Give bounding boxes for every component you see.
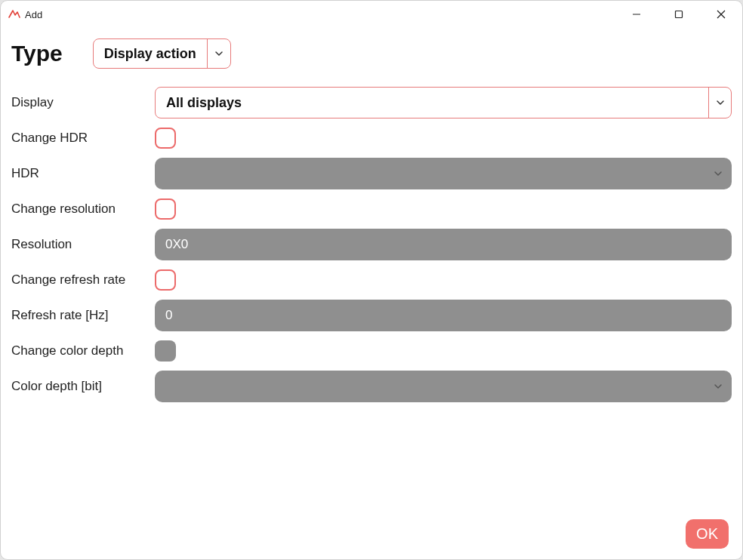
window-title: Add [25, 9, 42, 20]
hdr-select [155, 158, 732, 189]
svg-line-3 [717, 11, 725, 18]
svg-rect-1 [676, 11, 683, 18]
minimize-button[interactable] [615, 1, 658, 28]
color-select [155, 371, 732, 402]
resolution-field: 0X0 [155, 229, 732, 260]
ok-button[interactable]: OK [686, 519, 729, 549]
resolution-label: Resolution [11, 229, 149, 260]
type-select-value: Display action [94, 39, 208, 68]
chevron-down-icon [208, 39, 230, 68]
dialog-window: Add Type Display action [0, 0, 743, 560]
change-refresh-label: Change refresh rate [11, 265, 149, 295]
title-bar: Add [1, 1, 742, 28]
resolution-value: 0X0 [165, 237, 188, 252]
title-left: Add [8, 8, 42, 20]
hdr-label: HDR [11, 158, 149, 189]
chevron-down-icon [708, 88, 731, 118]
change-resolution-label: Change resolution [11, 194, 149, 224]
close-button[interactable] [700, 1, 742, 28]
change-color-label: Change color depth [11, 336, 149, 366]
svg-line-2 [717, 11, 725, 18]
change-color-checkbox [155, 340, 176, 362]
dialog-content: Type Display action Display All displays [1, 28, 742, 407]
change-hdr-checkbox[interactable] [155, 128, 176, 149]
display-select-value: All displays [156, 88, 708, 118]
change-hdr-label: Change HDR [11, 123, 149, 153]
refresh-value: 0 [165, 308, 172, 323]
type-row: Type Display action [11, 35, 732, 82]
type-label: Type [11, 41, 63, 66]
color-label: Color depth [bit] [11, 371, 149, 402]
type-select[interactable]: Display action [93, 38, 231, 69]
window-controls [615, 1, 742, 28]
form-grid: Display All displays Change HDR HDR [11, 82, 732, 407]
change-refresh-checkbox[interactable] [155, 269, 176, 291]
display-label: Display [11, 88, 149, 118]
refresh-label: Refresh rate [Hz] [11, 300, 149, 331]
refresh-field: 0 [155, 300, 732, 331]
maximize-button[interactable] [658, 1, 700, 28]
display-select[interactable]: All displays [155, 87, 732, 118]
change-resolution-checkbox[interactable] [155, 198, 176, 220]
chevron-down-icon [704, 169, 723, 178]
chevron-down-icon [704, 382, 723, 391]
app-icon [8, 8, 20, 20]
